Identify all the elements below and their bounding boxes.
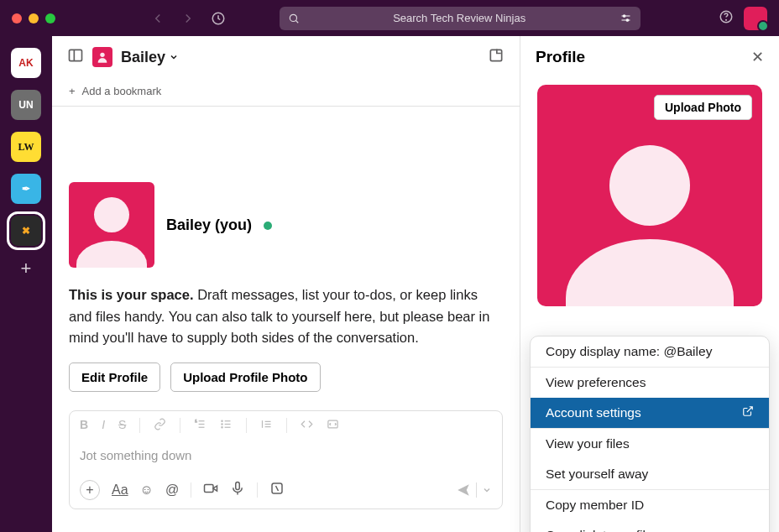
add-bookmark[interactable]: + Add a bookmark (52, 78, 520, 107)
filter-icon[interactable] (620, 12, 632, 24)
italic-icon[interactable]: I (102, 418, 105, 433)
user-avatar[interactable] (744, 7, 767, 30)
minimize-window[interactable] (29, 13, 39, 23)
profile-title: Profile (536, 48, 585, 66)
space-description: This is your space. Draft messages, list… (69, 284, 503, 349)
mention-icon[interactable]: @ (165, 482, 179, 498)
bullet-list-icon[interactable] (220, 418, 233, 433)
composer-input[interactable]: Jot something down (70, 440, 502, 475)
maximize-window[interactable] (45, 13, 55, 23)
split-view-icon[interactable] (67, 47, 84, 67)
menu-set-away[interactable]: Set yourself away (531, 459, 769, 489)
codeblock-icon[interactable] (327, 418, 339, 433)
canvas-icon[interactable] (488, 47, 505, 67)
svg-line-32 (276, 486, 279, 491)
svg-rect-28 (205, 484, 214, 492)
chevron-down-icon (169, 52, 179, 62)
strikethrough-icon[interactable]: S (118, 418, 126, 433)
workspace-item[interactable]: UN (11, 90, 41, 120)
mic-icon[interactable] (230, 481, 245, 499)
menu-copy-link[interactable]: Copy link to profile (531, 520, 769, 532)
add-workspace[interactable]: + (21, 258, 32, 279)
svg-rect-30 (236, 482, 240, 489)
search-placeholder: Search Tech Review Ninjas (306, 12, 613, 24)
nav-forward[interactable] (176, 7, 200, 30)
code-icon[interactable] (301, 418, 313, 433)
close-icon[interactable]: ✕ (751, 48, 764, 66)
workspace-item[interactable]: AK (11, 48, 41, 78)
plus-icon: + (69, 85, 76, 97)
menu-copy-display-name[interactable]: Copy display name: @Bailey (531, 336, 769, 367)
titlebar: Search Tech Review Ninjas (0, 0, 779, 36)
self-avatar (69, 182, 154, 268)
workspace-item[interactable]: LW (11, 132, 41, 162)
profile-context-menu: Copy display name: @Bailey View preferen… (530, 336, 770, 532)
svg-point-5 (623, 15, 625, 18)
channel-header: Bailey (52, 36, 520, 78)
menu-copy-member-id[interactable]: Copy member ID (531, 490, 769, 520)
window-controls (12, 13, 55, 23)
workspace-rail: AK UN LW ✒ ✖ + (0, 36, 52, 532)
search-icon (288, 13, 300, 24)
channel-name[interactable]: Bailey (121, 49, 179, 66)
svg-text:1: 1 (196, 419, 198, 423)
main-panel: Bailey + Add a bookmark Bailey (you) Thi… (52, 36, 520, 532)
menu-view-files[interactable]: View your files (531, 429, 769, 459)
profile-photo: Upload Photo (537, 85, 762, 306)
chevron-down-icon (482, 485, 492, 495)
message-composer: B I S 1 Jot something down + (69, 410, 503, 509)
history-icon[interactable] (207, 7, 230, 30)
svg-line-2 (295, 20, 298, 23)
external-link-icon (742, 405, 754, 420)
bookmark-label: Add a bookmark (82, 85, 162, 97)
send-button[interactable] (456, 482, 492, 498)
ordered-list-icon[interactable]: 1 (194, 418, 207, 433)
svg-point-20 (222, 420, 222, 421)
shortcuts-icon[interactable] (269, 481, 285, 499)
emoji-icon[interactable]: ☺ (140, 482, 154, 498)
intro-strong: This is your space. (69, 287, 194, 302)
video-icon[interactable] (203, 481, 218, 499)
nav-back[interactable] (146, 7, 170, 30)
svg-point-1 (290, 14, 296, 21)
help-icon[interactable] (719, 9, 734, 28)
svg-point-8 (726, 19, 727, 20)
svg-point-11 (100, 53, 104, 57)
svg-point-21 (222, 424, 222, 425)
svg-point-6 (626, 19, 629, 22)
composer-footer: + Aa ☺ @ (70, 475, 502, 509)
edit-profile-button[interactable]: Edit Profile (69, 362, 160, 392)
channel-name-text: Bailey (121, 49, 165, 66)
channel-avatar (92, 47, 112, 67)
profile-panel: Profile ✕ Upload Photo Copy display name… (520, 36, 779, 532)
format-icon[interactable]: Aa (112, 482, 128, 498)
blockquote-icon[interactable] (260, 418, 273, 433)
attach-icon[interactable]: + (80, 480, 100, 500)
workspace-item[interactable]: ✒ (11, 174, 41, 204)
menu-view-preferences[interactable]: View preferences (531, 368, 769, 398)
menu-account-settings[interactable]: Account settings (531, 398, 769, 428)
svg-point-22 (222, 426, 222, 427)
status-online-icon (264, 222, 272, 230)
upload-profile-photo-button[interactable]: Upload Profile Photo (170, 362, 320, 392)
workspace-item[interactable]: ✖ (11, 216, 41, 246)
close-window[interactable] (12, 13, 22, 23)
search-input[interactable]: Search Tech Review Ninjas (280, 7, 640, 30)
bold-icon[interactable]: B (80, 418, 88, 433)
user-display-name: Bailey (you) (166, 216, 252, 233)
format-toolbar: B I S 1 (70, 411, 502, 440)
link-icon[interactable] (154, 418, 166, 433)
svg-rect-9 (70, 50, 82, 60)
menu-label: Account settings (546, 405, 641, 420)
upload-photo-button[interactable]: Upload Photo (654, 95, 752, 120)
